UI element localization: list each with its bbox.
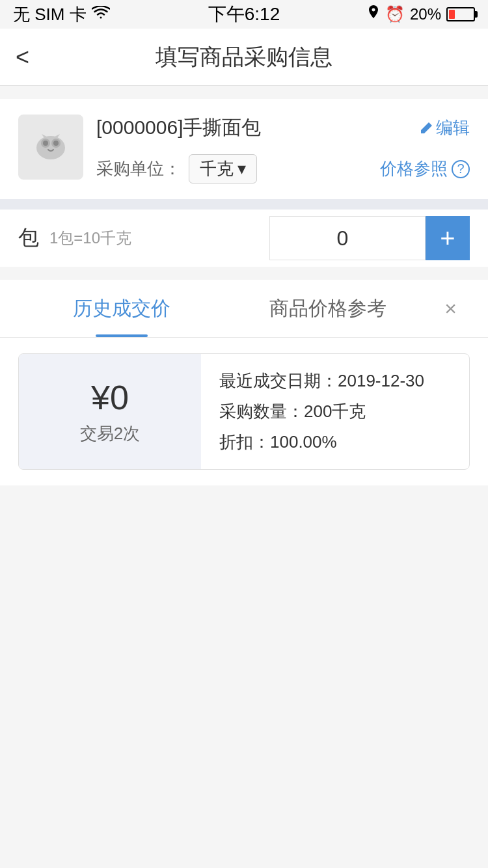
quantity-label: 包 1包=10千克 <box>18 224 131 252</box>
location-icon <box>367 5 380 23</box>
status-right: ⏰ 20% <box>367 5 475 23</box>
status-time: 下午6:12 <box>208 2 280 27</box>
card-date-row: 最近成交日期：2019-12-30 <box>219 370 451 392</box>
quantity-input[interactable] <box>269 216 426 260</box>
tabs-section: 历史成交价 商品价格参考 × ¥0 交易2次 最近成交日期：2019-12-30… <box>0 280 488 485</box>
card-discount-value: 100.00% <box>270 432 337 452</box>
section-divider <box>0 199 488 210</box>
price-ref-label: 价格参照 <box>380 157 448 180</box>
card-qty-row: 采购数量：200千克 <box>219 400 451 423</box>
wifi-icon <box>92 5 110 25</box>
tab-active-indicator <box>96 334 148 337</box>
product-thumb-icon <box>31 125 70 170</box>
card-qty-label: 采购数量： <box>219 401 304 421</box>
chevron-down-icon: ▾ <box>237 159 246 179</box>
alarm-icon: ⏰ <box>385 5 405 23</box>
card-area: ¥0 交易2次 最近成交日期：2019-12-30 采购数量：200千克 折扣：… <box>0 338 488 485</box>
bottom-space <box>0 485 488 868</box>
tab-history-price[interactable]: 历史成交价 <box>18 280 225 337</box>
price-card: ¥0 交易2次 最近成交日期：2019-12-30 采购数量：200千克 折扣：… <box>18 353 470 470</box>
price-ref-info-icon: ? <box>452 160 470 178</box>
card-right: 最近成交日期：2019-12-30 采购数量：200千克 折扣：100.00% <box>201 354 469 469</box>
purchase-unit-row: 采购单位： 千克 ▾ 价格参照 ? <box>96 154 470 183</box>
card-date-label: 最近成交日期： <box>219 371 338 390</box>
svg-point-0 <box>36 136 65 159</box>
page-title: 填写商品采购信息 <box>156 42 332 72</box>
product-info: [0000006]手撕面包 编辑 采购单位： 千克 ▾ 价格参照 ? <box>96 115 470 183</box>
price-ref-button[interactable]: 价格参照 ? <box>380 157 470 180</box>
battery-icon <box>446 7 475 21</box>
product-name-row: [0000006]手撕面包 编辑 <box>96 115 470 141</box>
back-button[interactable]: < <box>16 44 29 71</box>
tabs-close-button[interactable]: × <box>431 280 470 337</box>
card-price: ¥0 <box>91 378 129 417</box>
purchase-unit-left: 采购单位： 千克 ▾ <box>96 154 257 183</box>
unit-value: 千克 <box>200 157 234 180</box>
card-discount-row: 折扣：100.00% <box>219 431 451 454</box>
card-discount-label: 折扣： <box>219 432 270 452</box>
product-row: [0000006]手撕面包 编辑 采购单位： 千克 ▾ 价格参照 ? <box>18 115 470 183</box>
quantity-input-area: + <box>269 216 470 260</box>
carrier-label: 无 SIM 卡 <box>13 3 87 26</box>
tabs-header: 历史成交价 商品价格参考 × <box>0 280 488 338</box>
status-left: 无 SIM 卡 <box>13 3 110 26</box>
battery-fill <box>449 10 455 19</box>
product-section: [0000006]手撕面包 编辑 采购单位： 千克 ▾ 价格参照 ? <box>0 99 488 199</box>
battery-percent: 20% <box>410 5 441 23</box>
product-name: [0000006]手撕面包 <box>96 115 261 141</box>
page-header: < 填写商品采购信息 <box>0 29 488 86</box>
tab-market-price[interactable]: 商品价格参考 <box>225 280 432 337</box>
quantity-plus-button[interactable]: + <box>426 216 470 260</box>
card-trades: 交易2次 <box>80 422 140 445</box>
svg-point-3 <box>43 141 48 146</box>
card-date-value: 2019-12-30 <box>338 371 424 390</box>
purchase-unit-label: 采购单位： <box>96 157 181 180</box>
quantity-row: 包 1包=10千克 + <box>0 210 488 267</box>
product-thumbnail <box>18 115 83 180</box>
status-bar: 无 SIM 卡 下午6:12 ⏰ 20% <box>0 0 488 29</box>
quantity-unit-desc: 1包=10千克 <box>49 228 131 249</box>
card-qty-value: 200千克 <box>304 401 366 421</box>
quantity-unit-label: 包 <box>18 224 39 252</box>
svg-point-4 <box>53 141 59 146</box>
unit-dropdown[interactable]: 千克 ▾ <box>189 154 257 183</box>
edit-button[interactable]: 编辑 <box>419 116 470 139</box>
card-left: ¥0 交易2次 <box>19 354 201 469</box>
